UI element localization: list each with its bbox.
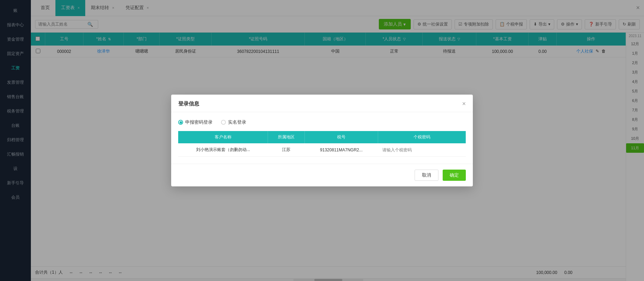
tax-password-cell[interactable] <box>378 143 466 157</box>
login-table-row: 刘小艳演示账套（勿删勿动... 江苏 91320811MA7NGR2... <box>178 143 466 157</box>
login-type-radio-group: 申报密码登录 实名登录 <box>178 119 466 125</box>
confirm-button[interactable]: 确定 <box>443 170 466 181</box>
radio-realname-login[interactable]: 实名登录 <box>221 119 246 125</box>
modal-title: 登录信息 <box>178 101 199 107</box>
radio-realname-icon <box>221 120 226 125</box>
login-table: 客户名称 所属地区 税号 个税密码 刘小艳演示账套（勿删勿动... 江苏 913… <box>178 131 466 157</box>
cancel-button[interactable]: 取消 <box>415 170 438 181</box>
login-info-modal: 登录信息 × 申报密码登录 实名登录 <box>171 95 473 186</box>
col-tax-no: 税号 <box>305 131 378 143</box>
modal-body: 申报密码登录 实名登录 客户名称 所属地区 税号 个税密码 <box>171 112 473 164</box>
modal-close-button[interactable]: × <box>462 100 466 108</box>
tax-no-cell: 91320811MA7NGR2... <box>305 143 378 157</box>
client-name-cell: 刘小艳演示账套（勿删勿动... <box>178 143 268 157</box>
radio-password-login[interactable]: 申报密码登录 <box>178 119 213 125</box>
col-client-name: 客户名称 <box>178 131 268 143</box>
radio-password-icon <box>178 120 183 125</box>
region-cell: 江苏 <box>268 143 305 157</box>
tax-password-input[interactable] <box>382 148 462 152</box>
col-tax-password: 个税密码 <box>378 131 466 143</box>
col-region: 所属地区 <box>268 131 305 143</box>
modal-header: 登录信息 × <box>171 95 473 112</box>
modal-overlay: 登录信息 × 申报密码登录 实名登录 <box>0 0 644 281</box>
modal-footer: 取消 确定 <box>171 164 473 186</box>
